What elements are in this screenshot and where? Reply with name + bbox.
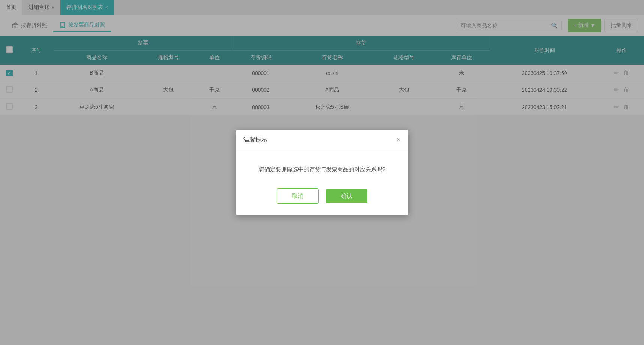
modal-title: 温馨提示 xyxy=(243,136,267,144)
modal-close-button[interactable]: × xyxy=(397,136,401,144)
modal-overlay: 温馨提示 × 您确定要删除选中的存货与发票商品的对应关系吗? 取消 确认 xyxy=(0,0,644,345)
content-area: 按存货对照 按发票商品对照 🔍 + 新增 ▼ 批量删 xyxy=(0,15,644,345)
modal-footer: 取消 确认 xyxy=(236,185,408,215)
cancel-button[interactable]: 取消 xyxy=(277,188,319,204)
confirm-modal: 温馨提示 × 您确定要删除选中的存货与发票商品的对应关系吗? 取消 确认 xyxy=(236,130,408,215)
modal-header: 温馨提示 × xyxy=(236,130,408,150)
modal-message: 您确定要删除选中的存货与发票商品的对应关系吗? xyxy=(259,166,385,172)
confirm-button[interactable]: 确认 xyxy=(326,189,367,203)
modal-body: 您确定要删除选中的存货与发票商品的对应关系吗? xyxy=(236,150,408,185)
